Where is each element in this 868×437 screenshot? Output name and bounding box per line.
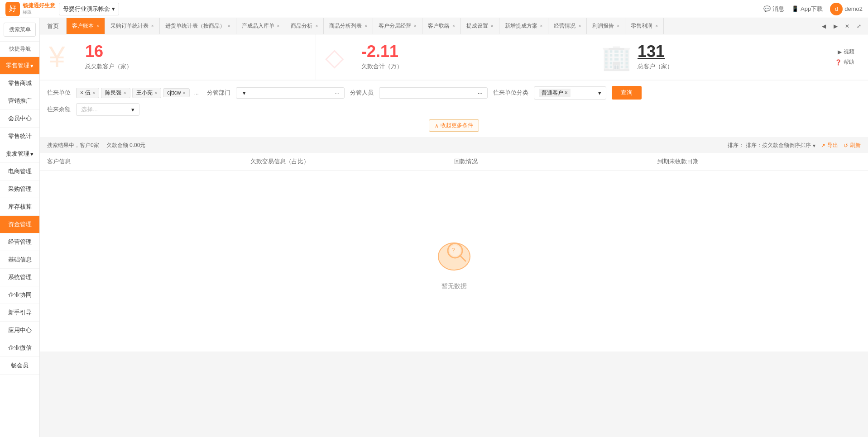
remove-tag-2[interactable]: ×: [123, 90, 126, 95]
stats-row: ¥ 16 总欠款客户（家） ◇ -2.11 欠款合计（万） 🏢: [40, 34, 868, 80]
app-download-btn[interactable]: 📱 App下载: [791, 5, 823, 13]
sidebar-item-operation[interactable]: 经营管理: [0, 233, 39, 251]
sidebar-item-finance[interactable]: 资金管理: [0, 216, 39, 233]
tab-operation-status[interactable]: 经营情况 ×: [548, 18, 587, 34]
remove-tag-1[interactable]: ×: [92, 90, 95, 95]
tab-close-cost-in[interactable]: ×: [277, 24, 280, 28]
sidebar-item-enterprise[interactable]: 企业协同: [0, 286, 39, 304]
filter-tag-1: × 伍 ×: [76, 88, 99, 98]
tab-prev-btn[interactable]: ◀: [818, 21, 829, 32]
sort-select[interactable]: 排序： 排序：按欠款金额倒序排序 ▾: [728, 142, 815, 149]
remove-class-tag[interactable]: ×: [565, 90, 568, 96]
sidebar-search-area: 搜索菜单: [0, 18, 39, 42]
tab-fullscreen-btn[interactable]: ⤢: [854, 21, 864, 32]
unit-class-label: 往来单位分类: [493, 89, 528, 97]
user-name: demo2: [844, 5, 863, 12]
store-chevron-icon: ▾: [112, 5, 115, 12]
svg-text:?: ?: [451, 247, 455, 254]
sidebar-item-vip[interactable]: 畅会员: [0, 357, 39, 375]
sidebar-item-member-center[interactable]: 会员中心: [0, 110, 39, 128]
logo-text-area: 畅捷通好生意 标版: [23, 2, 55, 15]
tab-close-all-btn[interactable]: ✕: [842, 21, 853, 32]
person-select[interactable]: ···: [379, 87, 488, 99]
remove-tag-4[interactable]: ×: [182, 90, 185, 95]
stat-label-owed: 欠款合计（万）: [361, 62, 403, 71]
tab-close-goods-analysis-list[interactable]: ×: [364, 24, 367, 28]
tab-cost-in[interactable]: 产成品入库单 ×: [236, 18, 286, 34]
sidebar-item-wechat[interactable]: 企业微信: [0, 339, 39, 357]
export-btn[interactable]: ↗ 导出: [821, 142, 838, 149]
message-btn[interactable]: 💬 消息: [763, 5, 784, 13]
filter-tags: × 伍 × 陈民强 × 王小亮 × cjttcw: [76, 88, 201, 98]
tab-close-profit-report[interactable]: ×: [617, 24, 619, 28]
store-select[interactable]: 母婴行业演示帐套 ▾: [59, 3, 119, 15]
sidebar-item-ecommerce[interactable]: 电商管理: [0, 163, 39, 180]
play-icon: ▶: [838, 49, 842, 55]
tab-profit-report[interactable]: 利润报告 ×: [587, 18, 625, 34]
quick-nav-btn[interactable]: 快捷导航: [0, 42, 39, 57]
search-menu-btn[interactable]: 搜索菜单: [4, 23, 36, 37]
collapse-btn[interactable]: ∧ 收起更多条件: [429, 119, 479, 132]
sidebar-item-app-center[interactable]: 应用中心: [0, 322, 39, 339]
tab-retail-profit[interactable]: 零售利润 ×: [625, 18, 664, 34]
sidebar-item-purchase[interactable]: 采购管理: [0, 180, 39, 198]
filter-more-btn[interactable]: ...: [192, 89, 201, 97]
table-header: 客户信息 欠款交易信息（占比） 回款情况 到期未收款日期: [40, 153, 868, 171]
tab-close-reminder-settings[interactable]: ×: [491, 24, 494, 28]
refresh-btn[interactable]: ↺ 刷新: [844, 142, 861, 149]
tab-close-goods-analysis[interactable]: ×: [315, 24, 318, 28]
sidebar-item-system[interactable]: 系统管理: [0, 269, 39, 286]
tab-customer-tier[interactable]: 客户分层经营 ×: [373, 18, 422, 34]
tab-customer-account[interactable]: 客户账本 ×: [67, 18, 105, 34]
search-btn[interactable]: 查询: [612, 86, 642, 100]
dept-filter-label: 分管部门: [207, 89, 230, 97]
sidebar-item-marketing[interactable]: 营销推广: [0, 92, 39, 110]
sidebar-item-inventory[interactable]: 库存核算: [0, 198, 39, 216]
tab-close-new-plan[interactable]: ×: [540, 24, 543, 28]
result-bar: 搜索结果中，客户0家 欠款金额 0.00元 排序： 排序：按欠款金额倒序排序 ▾…: [40, 138, 868, 153]
video-btn[interactable]: ▶ 视频: [838, 48, 854, 56]
stat-total-all-customers: 🏢 131 总客户（家） ▶ 视频 ❓ 帮助: [592, 34, 868, 80]
remove-tag-3[interactable]: ×: [154, 90, 157, 95]
sidebar-item-basic-info[interactable]: 基础信息: [0, 251, 39, 269]
tab-close-operation-status[interactable]: ×: [578, 24, 581, 28]
tab-goods-analysis-list[interactable]: 商品分析列表 ×: [324, 18, 373, 34]
tab-close-retail-profit[interactable]: ×: [655, 24, 658, 28]
stat-value-owed: -2.11: [361, 43, 403, 60]
tab-close-customer-contact[interactable]: ×: [452, 24, 455, 28]
header-right: 💬 消息 📱 App下载 d demo2: [763, 3, 863, 15]
user-menu[interactable]: d demo2: [830, 3, 863, 15]
dept-select[interactable]: ▾ ···: [236, 87, 345, 99]
tab-controls: ◀ ▶ ✕ ⤢: [815, 21, 868, 32]
collapse-icon: ∧: [435, 123, 439, 129]
tab-close-purchase-order-stats[interactable]: ×: [151, 24, 154, 28]
unit-class-select[interactable]: 普通客户 × ▾: [534, 86, 606, 100]
tab-next-btn[interactable]: ▶: [830, 21, 841, 32]
tab-close-customer-account[interactable]: ×: [96, 24, 99, 28]
sidebar-item-wholesale-mgmt[interactable]: 批发管理 ▾: [0, 145, 39, 163]
balance-chevron-icon: ▾: [131, 106, 134, 113]
sidebar-item-retail-mall[interactable]: 零售商城: [0, 75, 39, 92]
sidebar-item-retail-stats[interactable]: 零售统计: [0, 128, 39, 145]
tab-home[interactable]: 首页: [40, 18, 67, 34]
help-btn[interactable]: ❓ 帮助: [835, 58, 854, 66]
tab-close-goods-in-stats[interactable]: ×: [228, 24, 230, 28]
tab-goods-in-stats[interactable]: 进货单统计表（按商品） ×: [160, 18, 236, 34]
empty-text: 暂无数据: [441, 282, 467, 290]
balance-select[interactable]: 选择... ▾: [76, 103, 139, 116]
tab-new-plan[interactable]: 新增提成方案 ×: [499, 18, 549, 34]
sidebar-item-retail-mgmt[interactable]: 零售管理 ▾: [0, 57, 39, 75]
tab-customer-contact[interactable]: 客户联络 ×: [422, 18, 461, 34]
building-icon: 🏢: [601, 43, 632, 71]
logo-text: 畅捷通好生意: [23, 2, 55, 9]
tab-close-customer-tier[interactable]: ×: [414, 24, 417, 28]
result-amount: 欠款金额 0.00元: [106, 142, 146, 149]
tab-goods-analysis[interactable]: 商品分析 ×: [285, 18, 324, 34]
tab-reminder-settings[interactable]: 提成设置 ×: [461, 18, 499, 34]
unit-filter-label: 往来单位: [47, 89, 71, 97]
tab-purchase-order-stats[interactable]: 采购订单统计表 ×: [105, 18, 160, 34]
stat-value-customers: 16: [85, 43, 132, 60]
diamond-icon: ◇: [325, 43, 344, 71]
sidebar-item-new-guide[interactable]: 新手引导: [0, 304, 39, 322]
main-layout: 搜索菜单 快捷导航 零售管理 ▾ 零售商城 营销推广 会员中心 零售统计 批发管…: [0, 18, 868, 437]
